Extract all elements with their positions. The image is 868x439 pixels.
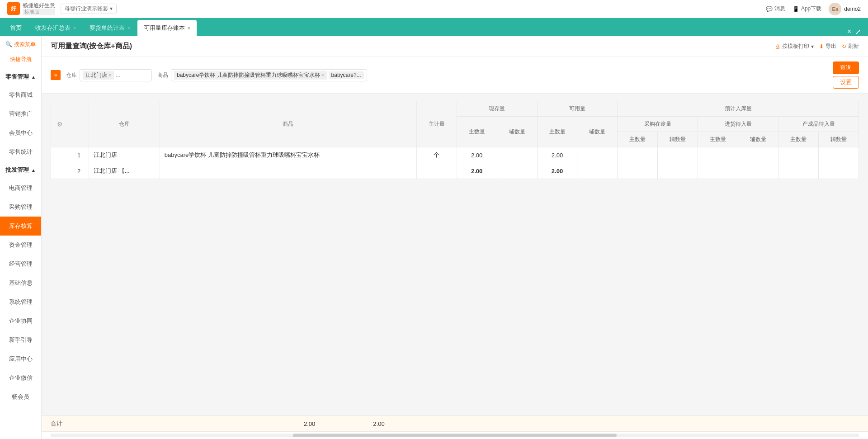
sidebar-search[interactable]: 🔍 搜索菜单 [0, 36, 41, 53]
query-button[interactable]: 查询 [833, 61, 859, 74]
sidebar-item-members[interactable]: 会员中心 [0, 123, 41, 142]
td-product-1: babycare学饮杯 儿童防摔防撞吸管杯重力球吸嘴杯宝宝水杯 [160, 147, 416, 163]
td-stock-sub-2 [497, 163, 537, 179]
page-actions: 🖨 按模板打印 ▾ ⬇ 导出 ↻ 刷新 [775, 42, 859, 50]
sidebar-basic-label: 基础信息 [9, 279, 33, 287]
th-inbound-sub: 辅数量 [738, 132, 778, 147]
sidebar-item-vip[interactable]: 畅会员 [0, 387, 41, 406]
chevron-down-wholesale-icon: ▲ [31, 168, 36, 173]
col-settings-icon[interactable]: ⚙ [57, 121, 63, 128]
sidebar-item-newbie[interactable]: 新手引导 [0, 330, 41, 349]
inventory-tab-close[interactable]: × [188, 26, 190, 31]
sidebar-search-label: 搜索菜单 [14, 41, 36, 47]
table-container: ⚙ 仓库 商品 主计量 现存量 可用量 预计入库量 主数量 辅数量 主数量 [42, 94, 868, 415]
order-tab-close[interactable]: × [127, 26, 130, 31]
th-available-sub: 辅数量 [577, 117, 618, 147]
product-tags-input[interactable]: babycare学饮杯 儿童防摔防撞吸管杯重力球吸嘴杯宝宝水杯 × babyca… [171, 69, 367, 81]
maximize-window-icon[interactable]: ⤢ [855, 28, 861, 36]
sidebar-system-label: 系统管理 [9, 298, 33, 306]
td-purchase-main-2 [618, 163, 658, 179]
setting-button[interactable]: 设置 [833, 76, 859, 89]
td-inbound-main-1 [698, 147, 738, 163]
sidebar-item-enterprise[interactable]: 企业协同 [0, 312, 41, 330]
message-action[interactable]: 💬 消息 [766, 5, 785, 13]
th-product: 商品 [160, 101, 416, 147]
th-stock-main: 主数量 [457, 117, 497, 147]
scroll-track[interactable] [51, 434, 859, 437]
expand-btn[interactable]: » [51, 70, 61, 80]
sidebar-item-wholesale[interactable]: 批发管理 ▲ [0, 161, 41, 179]
inventory-table: ⚙ 仓库 商品 主计量 现存量 可用量 预计入库量 主数量 辅数量 主数量 [51, 101, 859, 179]
tab-home[interactable]: 首页 [4, 20, 28, 36]
sidebar-finance-label: 资金管理 [9, 241, 33, 249]
product-filter: 商品 babycare学饮杯 儿童防摔防撞吸管杯重力球吸嘴杯宝宝水杯 × bab… [157, 69, 367, 81]
sidebar-item-wechat[interactable]: 企业微信 [0, 368, 41, 387]
sidebar-item-finance[interactable]: 资金管理 [0, 236, 41, 255]
user-area[interactable]: Ea demo2 [829, 3, 861, 15]
sidebar-item-retail-shop[interactable]: 零售商城 [0, 85, 41, 104]
close-window-icon[interactable]: × [847, 28, 851, 36]
td-stock-main-2: 2.00 [457, 163, 497, 179]
warehouse-tag-remove[interactable]: × [108, 73, 111, 78]
industry-select[interactable]: 母婴行业演示账套 ▾ [61, 4, 117, 14]
sidebar-item-retail[interactable]: 零售管理 ▲ [0, 68, 41, 85]
scroll-thumb[interactable] [293, 434, 616, 437]
sidebar-item-purchase[interactable]: 采购管理 [0, 198, 41, 217]
income-tab-close[interactable]: × [73, 26, 76, 31]
tab-inventory[interactable]: 可用量库存账本 × [137, 20, 197, 36]
order-tab-label: 要货单统计表 [90, 24, 125, 32]
chevron-down-print-icon: ▾ [811, 43, 814, 50]
sidebar-item-operations[interactable]: 经营管理 [0, 255, 41, 274]
chevron-up-icon: ▲ [31, 75, 36, 80]
refresh-label: 刷新 [848, 42, 859, 50]
sidebar-newbie-label: 新手引导 [9, 336, 33, 344]
product-tag-remove[interactable]: × [321, 73, 324, 78]
top-bar: 好 畅捷通好生意 标准版 母婴行业演示账套 ▾ 💬 消息 📱 App下载 Ea … [0, 0, 868, 18]
sidebar-quick-nav[interactable]: 快捷导航 [0, 53, 41, 68]
home-tab-label: 首页 [10, 24, 22, 32]
sidebar-item-appstore[interactable]: 应用中心 [0, 349, 41, 368]
app-download-action[interactable]: 📱 App下载 [793, 5, 821, 13]
page-header: 可用量查询(按仓库+商品) 🖨 按模板打印 ▾ ⬇ 导出 ↻ 刷新 [42, 36, 868, 57]
chevron-down-icon: ▾ [110, 5, 113, 12]
sidebar-operations-label: 经营管理 [9, 260, 33, 268]
print-icon: 🖨 [775, 43, 780, 50]
search-icon: 🔍 [5, 41, 12, 47]
print-btn[interactable]: 🖨 按模板打印 ▾ [775, 42, 814, 50]
td-rownum-1: 1 [69, 147, 89, 163]
export-btn[interactable]: ⬇ 导出 [819, 42, 836, 50]
td-inbound-sub-2 [738, 163, 778, 179]
td-purchase-main-1 [618, 147, 658, 163]
td-settings-2 [51, 163, 69, 179]
td-warehouse-2: 江北门店 【... [89, 163, 160, 179]
td-production-sub-1 [819, 147, 859, 163]
sidebar-retail-stats-label: 零售统计 [9, 148, 33, 156]
sidebar-inventory-label: 库存核算 [9, 222, 33, 230]
th-stock-group: 现存量 [457, 101, 537, 117]
sidebar-item-marketing[interactable]: 营销推广 [0, 104, 41, 123]
th-available-main: 主数量 [537, 117, 577, 147]
sidebar-marketing-label: 营销推广 [9, 110, 33, 118]
sidebar-item-basic[interactable]: 基础信息 [0, 274, 41, 293]
tab-income[interactable]: 收发存汇总表 × [29, 20, 82, 36]
industry-label: 母婴行业演示账套 [65, 5, 108, 13]
main-area: 🔍 搜索菜单 快捷导航 零售管理 ▲ 零售商城 营销推广 会员中心 零售统计 [0, 36, 868, 439]
product-tag2-text: babycare?... [331, 72, 361, 78]
td-product-2 [160, 163, 416, 179]
th-warehouse: 仓库 [89, 101, 160, 147]
warehouse-more[interactable]: ... [116, 72, 120, 78]
sidebar-item-system[interactable]: 系统管理 [0, 293, 41, 312]
top-bar-left: 好 畅捷通好生意 标准版 母婴行业演示账套 ▾ [7, 2, 117, 16]
th-settings: ⚙ [51, 101, 69, 147]
nav-tabs: 首页 收发存汇总表 × 要货单统计表 × 可用量库存账本 × × ⤢ [0, 18, 868, 36]
td-available-sub-1 [577, 147, 618, 163]
refresh-btn[interactable]: ↻ 刷新 [842, 42, 859, 50]
tab-order[interactable]: 要货单统计表 × [83, 20, 137, 36]
sidebar-item-inventory[interactable]: 库存核算 [0, 217, 41, 236]
filter-actions: 查询 设置 [833, 61, 859, 89]
sidebar-item-retail-stats[interactable]: 零售统计 [0, 142, 41, 161]
th-unit: 主计量 [416, 101, 457, 147]
warehouse-tags-input[interactable]: 江北门店 × ... [80, 69, 152, 81]
sidebar-item-ecommerce[interactable]: 电商管理 [0, 179, 41, 198]
product-tag-text: babycare学饮杯 儿童防摔防撞吸管杯重力球吸嘴杯宝宝水杯 [177, 71, 320, 79]
